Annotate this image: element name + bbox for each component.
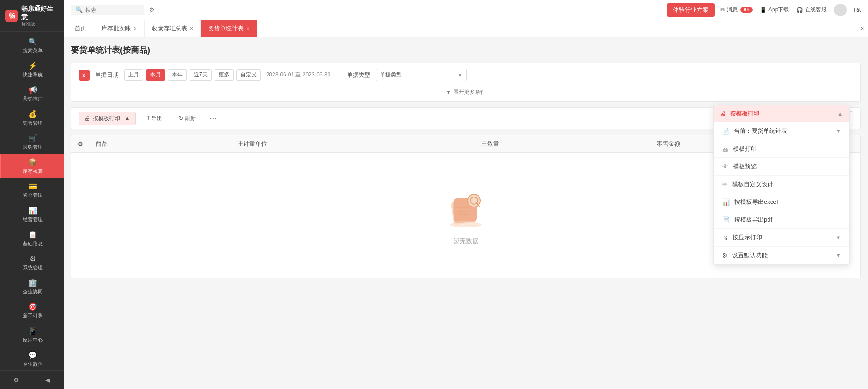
- type-dropdown[interactable]: 单据类型 ▼: [376, 69, 467, 81]
- sidebar-icon-inventory: 📦: [28, 158, 37, 167]
- sidebar-item-operation[interactable]: 📊 经营管理: [0, 202, 64, 227]
- tab-label-batch: 库存批次账: [101, 25, 131, 33]
- tab-close-batch[interactable]: ×: [134, 25, 137, 32]
- search-input[interactable]: [85, 7, 131, 13]
- sidebar-label-purchase: 采购管理: [23, 144, 43, 151]
- sidebar-icon-basic: 📋: [28, 230, 37, 239]
- sidebar-icon-system: ⚙: [30, 254, 36, 263]
- export-btn[interactable]: ⤴ 导出: [141, 112, 168, 125]
- sidebar-label-guide: 新手引导: [23, 313, 43, 319]
- print-label: 按模板打印: [93, 115, 120, 122]
- date-btn-this_month[interactable]: 本月: [146, 69, 165, 81]
- tab-order_stat[interactable]: 要货单统计表×: [201, 20, 257, 37]
- th-settings[interactable]: ⚙: [71, 135, 90, 153]
- tab-close-collection[interactable]: ×: [190, 25, 193, 32]
- dropdown-arrow-icon: ▼: [457, 72, 463, 78]
- export-icon: ⤴: [147, 115, 150, 121]
- sidebar-icon-guide: 🎯: [28, 303, 37, 311]
- dropdown-item-template-custom[interactable]: ✏ 模板自定义设计: [714, 176, 849, 193]
- display-print-label: 按显示打印: [733, 233, 762, 242]
- template-preview-label: 模板预览: [733, 162, 757, 171]
- message-badge: 99+: [740, 7, 753, 13]
- sidebar-item-sales[interactable]: 💰 销售管理: [0, 106, 64, 130]
- tab-batch[interactable]: 库存批次账×: [94, 20, 145, 37]
- empty-text: 暂无数据: [453, 237, 479, 246]
- sidebar-label-search: 搜索菜单: [23, 47, 43, 54]
- sidebar-item-system[interactable]: ⚙ 系统管理: [0, 251, 64, 275]
- dropdown-header[interactable]: 🖨 按模板打印 ▲: [714, 105, 849, 122]
- sidebar-item-marketing[interactable]: 📢 营销推广: [0, 82, 64, 106]
- date-btn-prev_month[interactable]: 上月: [124, 69, 143, 81]
- search-box[interactable]: 🔍: [71, 5, 144, 15]
- sidebar-nav: 🔍 搜索菜单 ⚡ 快捷导航 📢 营销推广 💰 销售管理 🛒 采购管理 📦 库存核…: [0, 32, 64, 370]
- collapse-footer-btn[interactable]: ◀: [44, 374, 52, 385]
- export-excel-label: 按模板导出excel: [734, 198, 778, 206]
- sidebar-icon-marketing: 📢: [28, 86, 37, 94]
- dropdown-display-print[interactable]: 🖨 按显示打印 ▼: [714, 229, 849, 247]
- page-content: 要货单统计表(按商品) » 单据日期 上月本月本年近7天更多自定义 2023-0…: [64, 37, 868, 389]
- topbar-settings-icon[interactable]: ⚙: [149, 6, 155, 13]
- dropdown-item-export-pdf[interactable]: 📄 按模板导出pdf: [714, 211, 849, 229]
- tab-home[interactable]: 首页: [67, 20, 94, 37]
- industry-btn[interactable]: 体验行业方案: [667, 3, 715, 17]
- filter-expand-btn[interactable]: »: [79, 70, 90, 81]
- sidebar-item-guide[interactable]: 🎯 新手引导: [0, 299, 64, 323]
- window-close-icon[interactable]: ×: [860, 25, 864, 33]
- empty-illustration: [443, 185, 489, 230]
- date-label: 单据日期: [95, 71, 119, 79]
- sidebar-footer: ⚙ ◀: [0, 370, 64, 389]
- sidebar-item-finance[interactable]: 💳 资金管理: [0, 178, 64, 202]
- display-print-icon: 🖨: [722, 234, 728, 241]
- th-product: 商品: [90, 135, 231, 153]
- tab-close-order_stat[interactable]: ×: [246, 25, 249, 32]
- tab-collection[interactable]: 收发存汇总表×: [145, 20, 201, 37]
- dropdown-current-template[interactable]: 📄 当前：要货单统计表 ▼: [714, 122, 849, 140]
- sidebar-item-shortcut[interactable]: ⚡ 快捷导航: [0, 58, 64, 82]
- date-btn-last7[interactable]: 近7天: [190, 69, 212, 81]
- date-btn-this_year[interactable]: 本年: [168, 69, 187, 81]
- app-download-btn[interactable]: 📱 App下载: [760, 6, 789, 14]
- sidebar-item-inventory[interactable]: 📦 库存核算: [0, 154, 64, 178]
- print-dropdown: 🖨 按模板打印 ▲ 📄 当前：要货单统计表 ▼ 🖨 模板打印 👁: [713, 105, 850, 265]
- dropdown-default-func[interactable]: ⚙ 设置默认功能 ▼: [714, 247, 849, 264]
- type-dropdown-label: 单据类型: [380, 71, 402, 79]
- refresh-btn[interactable]: ↻ 刷新: [173, 112, 201, 125]
- export-excel-icon: 📊: [722, 198, 730, 206]
- sidebar-icon-enterprise: 🏢: [28, 278, 37, 287]
- sidebar-icon-appCenter: 📱: [28, 327, 37, 335]
- sidebar-icon-shortcut: ⚡: [28, 61, 37, 70]
- page-title: 要货单统计表(按商品): [71, 45, 861, 56]
- date-btn-more[interactable]: 更多: [215, 69, 234, 81]
- dropdown-item-template-print[interactable]: 🖨 模板打印: [714, 140, 849, 158]
- settings-footer-btn[interactable]: ⚙: [11, 374, 21, 385]
- topbar: 🔍 ⚙ 体验行业方案 ✉ 消息 99+ 📱 App下载 🎧 在线客服 Rit: [64, 0, 868, 20]
- user-avatar[interactable]: [834, 4, 847, 16]
- dropdown-item-template-preview[interactable]: 👁 模板预览: [714, 158, 849, 176]
- default-func-arrow: ▼: [835, 252, 841, 259]
- sidebar-label-corpWeChat: 企业微信: [23, 361, 43, 368]
- sidebar-item-enterprise[interactable]: 🏢 企业协同: [0, 275, 64, 299]
- sidebar-item-purchase[interactable]: 🛒 采购管理: [0, 130, 64, 154]
- sidebar-item-corpWeChat[interactable]: 💬 企业微信: [0, 347, 64, 370]
- toolbar-more-btn[interactable]: ⋯: [207, 114, 219, 123]
- message-icon: ✉: [720, 7, 725, 13]
- sidebar-item-appCenter[interactable]: 📱 应用中心: [0, 323, 64, 347]
- dropdown-item-export-excel[interactable]: 📊 按模板导出excel: [714, 193, 849, 211]
- print-btn[interactable]: 🖨 按模板打印 ▲: [79, 112, 136, 125]
- messages-btn[interactable]: ✉ 消息 99+: [720, 6, 753, 14]
- template-preview-icon: 👁: [722, 163, 728, 170]
- tab-label-collection: 收发存汇总表: [152, 25, 187, 33]
- username-label: Rit: [854, 7, 861, 13]
- online-service-btn[interactable]: 🎧 在线客服: [796, 6, 827, 14]
- filter-more-btn[interactable]: ▼ 展开更多条件: [446, 88, 486, 96]
- sidebar-icon-purchase: 🛒: [28, 134, 37, 142]
- sidebar-item-basic[interactable]: 📋 基础信息: [0, 227, 64, 251]
- date-btn-custom[interactable]: 自定义: [236, 69, 261, 81]
- logo-icon: 畅: [5, 10, 18, 22]
- maximize-icon[interactable]: ⛶: [849, 25, 857, 33]
- sidebar-label-sales: 销售管理: [23, 120, 43, 126]
- export-pdf-label: 按模板导出pdf: [734, 216, 772, 224]
- template-print-label: 模板打印: [733, 145, 757, 153]
- current-template-arrow: ▼: [835, 128, 841, 135]
- sidebar-item-search[interactable]: 🔍 搜索菜单: [0, 34, 64, 58]
